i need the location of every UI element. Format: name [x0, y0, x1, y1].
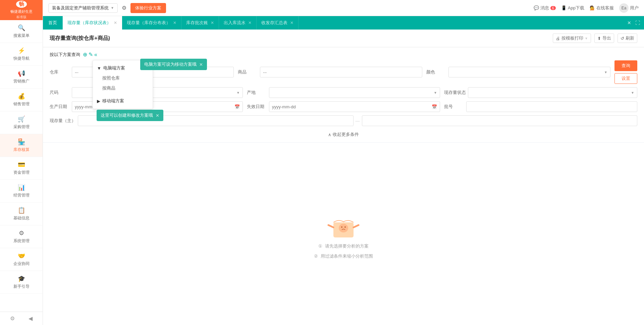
mobile-scheme-label: 移动端方案 [102, 98, 124, 104]
user-item[interactable]: Ea 用户 [619, 3, 639, 13]
stock-main-to-field[interactable] [365, 118, 635, 123]
tab-stock-status[interactable]: 现存量（库存状况表） ✕ [63, 16, 122, 30]
sidebar: 畅 畅捷通好生意 标准版 🔍 搜索菜单 ⚡ 快捷导航 📢 营销推广 💰 销售管理… [0, 0, 43, 325]
collapse-button[interactable]: ∧ 收起更多条件 [50, 129, 637, 140]
stock-status-select[interactable]: ▼ [468, 87, 637, 98]
empty-hint2-text: 用过滤条件来缩小分析范围 [321, 253, 373, 259]
system-icon: ⚙ [19, 229, 24, 237]
batch-no-label: 批号 [444, 104, 464, 110]
sidebar-item-purchase[interactable]: 🛒 采购管理 [0, 111, 43, 134]
guide-icon: 🎓 [18, 275, 25, 282]
export-button[interactable]: ⬆ 导出 [594, 34, 614, 43]
goods-select[interactable]: ··· [260, 67, 422, 77]
marketing-icon: 📢 [18, 70, 25, 77]
back-scheme-icon[interactable]: « [94, 52, 97, 58]
user-avatar: Ea [619, 3, 629, 13]
origin-select[interactable]: ▼ [269, 87, 440, 98]
sidebar-settings-icon[interactable]: ⚙ [10, 315, 15, 322]
sidebar-item-label-finance: 资金管理 [13, 170, 30, 175]
tab-batch-account-close[interactable]: ✕ [211, 20, 214, 25]
origin-arrow: ▼ [434, 91, 437, 95]
user-label: 用户 [630, 5, 639, 11]
sidebar-item-system[interactable]: ⚙ 系统管理 [0, 225, 43, 248]
tab-batch-account[interactable]: 库存批次账 ✕ [181, 16, 219, 30]
expire-date-cal-icon[interactable]: 📅 [432, 104, 437, 109]
sidebar-item-label-marketing: 营销推广 [13, 78, 30, 84]
print-button[interactable]: 🖨 按模板打印 ▼ [553, 34, 591, 43]
batch-no-input[interactable] [466, 101, 637, 112]
export-icon: ⬆ [597, 36, 601, 41]
logo-icon: 畅 [16, 1, 27, 8]
scheme-tooltip-1-close[interactable]: ✕ [199, 62, 203, 67]
mobile-scheme-header[interactable]: ▶ 移动端方案 [93, 96, 153, 106]
industry-button[interactable]: 体验行业方案 [130, 3, 166, 13]
filter-color: 颜色 ▼ [426, 67, 610, 77]
page-actions: 🖨 按模板打印 ▼ ⬆ 导出 ↺ 刷新 [553, 34, 637, 43]
message-item[interactable]: 💬 消息 6 [534, 5, 556, 11]
collapse-arrow-icon: ∧ [328, 132, 331, 137]
scheme-item-warehouse[interactable]: 按照仓库 [93, 73, 153, 83]
gear-button[interactable]: ⚙ [122, 5, 126, 11]
sidebar-item-label-enterprise: 企业协同 [13, 261, 30, 267]
expire-date-field[interactable] [272, 104, 429, 109]
batch-no-field[interactable] [469, 104, 634, 109]
export-label: 导出 [602, 35, 611, 41]
online-service-item[interactable]: 💁 在线客服 [590, 5, 614, 11]
add-scheme-icon[interactable]: ⊕ [83, 51, 87, 58]
sidebar-item-guide[interactable]: 🎓 新手引导 [0, 271, 43, 294]
sidebar-item-base[interactable]: 📋 基础信息 [0, 203, 43, 225]
sidebar-item-label-purchase: 采购管理 [13, 124, 30, 130]
tab-stock-dist-close[interactable]: ✕ [173, 20, 176, 25]
sidebar-item-search[interactable]: 🔍 搜索菜单 [0, 20, 43, 43]
tab-in-out-flow-close[interactable]: ✕ [248, 20, 252, 25]
stock-status-arrow: ▼ [631, 91, 634, 95]
sidebar-item-enterprise[interactable]: 🤝 企业协同 [0, 248, 43, 271]
scheme-tooltip-2-close[interactable]: ✕ [156, 113, 159, 118]
sidebar-logo: 畅 畅捷通好生意 标准版 [0, 0, 43, 20]
message-badge: 6 [550, 6, 556, 10]
sidebar-item-marketing[interactable]: 📢 营销推广 [0, 66, 43, 89]
tab-home[interactable]: 首页 [43, 16, 63, 30]
size-label: 尺码 [50, 90, 70, 96]
print-icon: 🖨 [556, 36, 560, 41]
app-selector[interactable]: 装备及固定资产辅助管理系统 ▼ [48, 3, 118, 13]
sidebar-item-operations[interactable]: 📊 经营管理 [0, 180, 43, 203]
prod-date-label: 生产日期 [50, 104, 70, 110]
tab-close-all[interactable]: ✕ [626, 19, 633, 27]
settings-button[interactable]: 设置 [614, 73, 637, 84]
logo-text: 畅捷通好生意 [10, 9, 33, 14]
sidebar-nav: 🔍 搜索菜单 ⚡ 快捷导航 📢 营销推广 💰 销售管理 🛒 采购管理 🏪 库存核… [0, 20, 43, 312]
filter-actions: ⊕ ✎ « [83, 51, 97, 58]
message-icon: 💬 [534, 5, 539, 10]
tab-bar-actions: ✕ ⛶ [626, 19, 644, 27]
empty-illustration [327, 209, 360, 239]
sidebar-item-stock[interactable]: 🏪 库存核算 [0, 134, 43, 157]
sidebar-item-label-operations: 经营管理 [13, 193, 30, 198]
tab-recv-send-close[interactable]: ✕ [290, 20, 293, 25]
sidebar-item-quick[interactable]: ⚡ 快捷导航 [0, 43, 43, 66]
app-download-item[interactable]: 📱 App下载 [561, 5, 584, 11]
enterprise-icon: 🤝 [18, 252, 25, 260]
scheme-item-goods[interactable]: 按商品 [93, 83, 153, 93]
refresh-button[interactable]: ↺ 刷新 [618, 34, 637, 43]
sidebar-item-label-quick: 快捷导航 [13, 56, 30, 61]
expire-date-input[interactable]: 📅 [269, 101, 440, 112]
tab-recv-send[interactable]: 收发存汇总表 ✕ [257, 16, 299, 30]
sidebar-item-finance[interactable]: 💳 资金管理 [0, 157, 43, 180]
sidebar-collapse-icon[interactable]: ◀ [29, 315, 33, 322]
logo-sub: 标准版 [16, 15, 26, 19]
sidebar-item-sales[interactable]: 💰 销售管理 [0, 89, 43, 111]
search-button[interactable]: 查询 [614, 60, 637, 71]
message-label: 消息 [540, 5, 549, 11]
origin-label: 产地 [247, 90, 267, 96]
prod-date-cal-icon[interactable]: 📅 [234, 104, 240, 109]
app-download-label: App下载 [568, 5, 584, 11]
stock-main-to[interactable] [362, 115, 638, 126]
edit-scheme-icon[interactable]: ✎ [89, 51, 93, 58]
tab-stock-dist[interactable]: 现存量（库存分布表） ✕ [122, 16, 181, 30]
color-select[interactable]: ▼ [448, 67, 610, 77]
tab-in-out-flow[interactable]: 出入库流水 ✕ [219, 16, 257, 30]
tab-stock-status-close[interactable]: ✕ [114, 20, 117, 25]
tab-expand[interactable]: ⛶ [634, 19, 641, 27]
print-label: 按模板打印 [561, 35, 583, 41]
